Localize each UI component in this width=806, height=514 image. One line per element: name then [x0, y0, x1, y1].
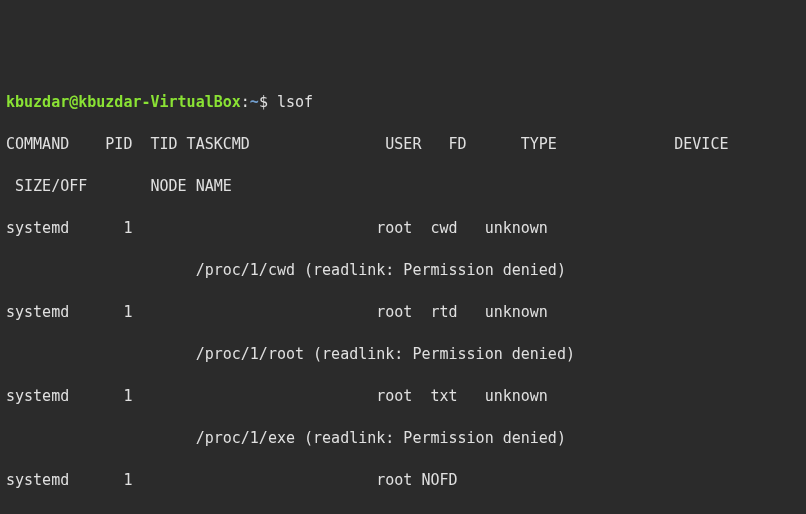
output-row-detail: /proc/1/root (readlink: Permission denie… [6, 344, 800, 365]
header-line-1: COMMAND PID TID TASKCMD USER FD TYPE DEV… [6, 134, 800, 155]
header-line-2: SIZE/OFF NODE NAME [6, 176, 800, 197]
output-row-detail: /proc/1/cwd (readlink: Permission denied… [6, 260, 800, 281]
prompt-line[interactable]: kbuzdar@kbuzdar-VirtualBox:~$ lsof [6, 92, 800, 113]
prompt-colon: : [241, 93, 250, 111]
output-row: systemd 1 root NOFD [6, 470, 800, 491]
command-text: lsof [277, 93, 313, 111]
output-row: systemd 1 root txt unknown [6, 386, 800, 407]
prompt-path: ~ [250, 93, 259, 111]
prompt-host: kbuzdar-VirtualBox [78, 93, 241, 111]
prompt-at: @ [69, 93, 78, 111]
output-row-detail: /proc/1/exe (readlink: Permission denied… [6, 428, 800, 449]
output-row: systemd 1 root cwd unknown [6, 218, 800, 239]
output-row: systemd 1 root rtd unknown [6, 302, 800, 323]
prompt-dollar: $ [259, 93, 277, 111]
prompt-user: kbuzdar [6, 93, 69, 111]
